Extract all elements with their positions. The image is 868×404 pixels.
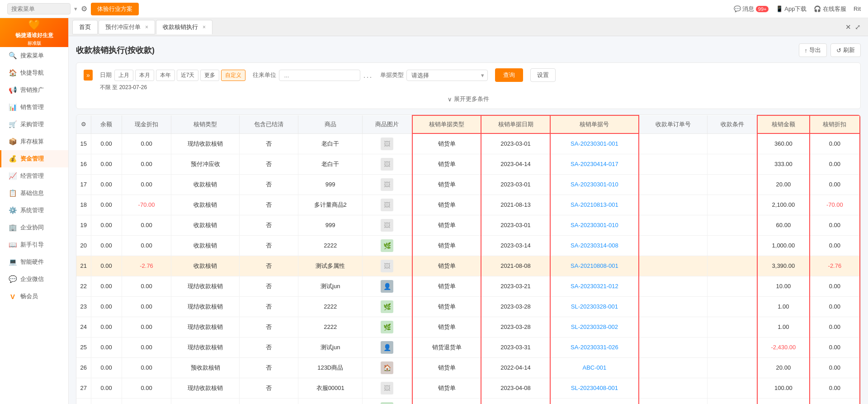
- verify-doc-no-link[interactable]: SA-20230331-026: [571, 344, 618, 351]
- export-btn[interactable]: ↑ 导出: [799, 43, 827, 57]
- query-btn[interactable]: 查询: [495, 68, 523, 82]
- verify-doc-no-link[interactable]: SA-20210813-001: [571, 201, 618, 208]
- cell-include-settled: 否: [240, 215, 298, 235]
- cell-verify-doc-no[interactable]: SL-20230408-001: [550, 378, 639, 398]
- sidebar-item-hardware[interactable]: 💻 智能硬件: [0, 253, 68, 271]
- cell-verify-doc-no[interactable]: SA-20210808-001: [550, 256, 639, 276]
- tab-prepay[interactable]: 预付冲应付单 ×: [99, 20, 155, 34]
- date-btn-this-year[interactable]: 本年: [156, 70, 175, 81]
- sidebar-item-corp[interactable]: 🏢 企业协同: [0, 219, 68, 236]
- cell-verify-doc-no[interactable]: SA-20230331-026: [550, 337, 639, 357]
- sidebar-item-quick-nav[interactable]: 🏠 快捷导航: [0, 64, 68, 81]
- cell-verify-doc-no[interactable]: SA-20230301-001: [550, 133, 639, 154]
- cell-verify-type: 预付冲应收: [171, 154, 240, 174]
- sidebar-item-wechat[interactable]: 💬 企业微信: [0, 271, 68, 288]
- user-label[interactable]: Rit: [854, 5, 861, 12]
- cell-include-settled: 否: [240, 195, 298, 215]
- list-icon: 📋: [9, 189, 17, 197]
- cell-verify-amount: -2,430.00: [757, 337, 810, 357]
- cell-verify-doc-no[interactable]: SA-20210813-001: [550, 195, 639, 215]
- verify-doc-no-link[interactable]: SA-20230414-017: [571, 161, 618, 167]
- goods-img-placeholder: 🖼: [381, 260, 393, 272]
- cell-goods: 2222: [298, 235, 363, 256]
- cell-verify-doc-no[interactable]: SA-20230314-008: [550, 235, 639, 256]
- table-row: 19 0.00 0.00 收款核销 否 999 🖼 销货单 2023-03-01…: [76, 215, 860, 235]
- sidebar-item-marketing[interactable]: 📢 营销推广: [0, 81, 68, 99]
- online-service-btn[interactable]: 🎧 在线客服: [814, 5, 846, 13]
- sidebar-item-guide[interactable]: 📖 新手引导: [0, 236, 68, 253]
- tab-receipts[interactable]: 收款核销执行 ×: [156, 20, 212, 34]
- search-input[interactable]: [7, 3, 71, 14]
- cell-receipt-condition: [708, 276, 757, 296]
- verify-doc-no-link[interactable]: SA-20230314-008: [571, 242, 618, 249]
- sidebar-item-finance[interactable]: 💰 资金管理: [0, 150, 68, 167]
- sidebar-item-operations[interactable]: 📈 经营管理: [0, 167, 68, 185]
- sidebar-item-sales[interactable]: 📊 销售管理: [0, 99, 68, 116]
- home-icon: 🏠: [9, 69, 17, 77]
- cell-verify-type: 现结收款核销: [171, 317, 240, 337]
- cell-verify-doc-no[interactable]: SA-20230321-012: [550, 276, 639, 296]
- date-btn-this-month[interactable]: 本月: [135, 70, 154, 81]
- verify-doc-no-link[interactable]: SA-20230301-001: [571, 140, 618, 147]
- sidebar-item-inventory[interactable]: 📦 库存核算: [0, 133, 68, 150]
- message-badge: 99+: [756, 6, 769, 12]
- cell-verify-doc-no[interactable]: SL-20230328-001: [550, 296, 639, 317]
- date-btn-7days[interactable]: 近7天: [177, 70, 199, 81]
- verify-doc-no-link[interactable]: SA-20230321-012: [571, 283, 618, 290]
- verify-doc-no-link[interactable]: SA-20230301-010: [571, 181, 618, 188]
- cell-verify-discount: 0.00: [810, 133, 860, 154]
- cell-verify-doc-no[interactable]: SA-20230414-017: [550, 154, 639, 174]
- verify-doc-no-link[interactable]: SL-20230328-002: [571, 323, 618, 330]
- verify-doc-no-link[interactable]: SA-20230301-010: [571, 222, 618, 228]
- app-download-btn[interactable]: 📱 App下载: [776, 5, 807, 13]
- sidebar-item-search[interactable]: 🔍 搜索菜单: [0, 47, 68, 64]
- sidebar-item-label: 智能硬件: [20, 258, 44, 266]
- tab-maximize-btn[interactable]: ⤢: [855, 23, 861, 31]
- cell-verify-doc-no[interactable]: SL-20230418-001: [550, 398, 639, 404]
- expand-more-btn[interactable]: ∨ 展开更多条件: [448, 95, 489, 103]
- tab-close-window-btn[interactable]: ✕: [845, 23, 851, 31]
- sidebar-item-basic[interactable]: 📋 基础信息: [0, 185, 68, 202]
- filter-toggle-btn[interactable]: »: [84, 70, 93, 81]
- verify-doc-no-link[interactable]: SL-20230408-001: [571, 385, 618, 391]
- doctype-select[interactable]: 请选择: [406, 70, 488, 81]
- cell-verify-doc-no[interactable]: SA-20230301-010: [550, 215, 639, 235]
- col-receipt-condition: 收款条件: [708, 115, 757, 133]
- filter-settings-btn[interactable]: 设置: [530, 68, 556, 82]
- message-btn[interactable]: 💬 消息 99+: [734, 5, 769, 13]
- tab-home[interactable]: 首页: [72, 20, 98, 34]
- sidebar-item-system[interactable]: ⚙️ 系统管理: [0, 202, 68, 219]
- sidebar-item-purchase[interactable]: 🛒 采购管理: [0, 116, 68, 133]
- date-btn-more[interactable]: 更多: [200, 70, 219, 81]
- tab-prepay-close[interactable]: ×: [145, 24, 148, 30]
- cell-balance: 0.00: [91, 235, 122, 256]
- settings-gear-icon[interactable]: ⚙: [81, 5, 87, 13]
- cell-verify-doc-no[interactable]: ABC-001: [550, 357, 639, 378]
- cell-goods: 测试jun: [298, 276, 363, 296]
- date-btn-last-month[interactable]: 上月: [114, 70, 133, 81]
- verify-doc-no-link[interactable]: SA-20210808-001: [571, 262, 618, 269]
- col-goods: 商品: [298, 115, 363, 133]
- col-verify-doc-date: 核销单据日期: [481, 115, 550, 133]
- cell-row-no: 23: [76, 296, 91, 317]
- tab-bar: 首页 预付冲应付单 × 收款核销执行 × ✕ ⤢: [69, 18, 868, 36]
- cell-receipt-condition: [708, 215, 757, 235]
- cell-verify-amount: 3,390.00: [757, 256, 810, 276]
- refresh-btn[interactable]: ↺ 刷新: [830, 43, 861, 57]
- trial-btn[interactable]: 体验行业方案: [91, 3, 139, 15]
- date-btns: 上月 本月 本年 近7天 更多 自定义: [114, 70, 246, 81]
- tab-receipts-close[interactable]: ×: [203, 24, 206, 30]
- col-cash-discount: 现金折扣: [122, 115, 171, 133]
- verify-doc-no-link[interactable]: ABC-001: [583, 364, 607, 371]
- counterparty-input[interactable]: [279, 70, 360, 81]
- cell-verify-discount: 0.00: [810, 276, 860, 296]
- cell-verify-doc-no[interactable]: SL-20230328-002: [550, 317, 639, 337]
- date-btn-custom[interactable]: 自定义: [221, 70, 245, 81]
- sidebar-item-member[interactable]: V 畅会员: [0, 288, 68, 305]
- col-gear[interactable]: ⚙: [76, 115, 91, 133]
- verify-doc-no-link[interactable]: SL-20230328-001: [571, 303, 618, 310]
- dropdown-icon[interactable]: ▾: [74, 5, 77, 12]
- cell-verify-amount: 100.00: [757, 398, 810, 404]
- cell-verify-doc-no[interactable]: SA-20230301-010: [550, 174, 639, 195]
- col-include-settled: 包含已结清: [240, 115, 298, 133]
